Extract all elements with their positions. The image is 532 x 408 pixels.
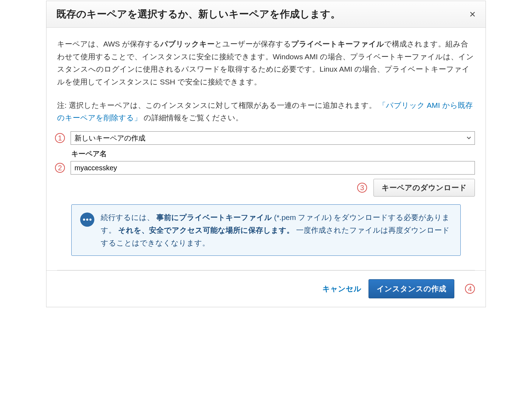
- annotation-3: 3: [357, 183, 367, 193]
- dialog-title: 既存のキーペアを選択するか、新しいキーペアを作成します。: [56, 7, 340, 21]
- desc-text-2: とユーザーが保存する: [215, 40, 291, 48]
- desc-text-1: キーペアは、AWS が保存する: [57, 40, 160, 48]
- annotation-4: 4: [465, 284, 475, 294]
- info-bold2: それを、安全でアクセス可能な場所に保存します。: [118, 226, 294, 234]
- download-keypair-button[interactable]: キーペアのダウンロード: [373, 179, 475, 197]
- info-text: 続行するには、 事前にプライベートキーファイル (*.pem ファイル) をダウ…: [101, 211, 452, 249]
- cancel-button[interactable]: キャンセル: [322, 284, 361, 294]
- launch-instance-button[interactable]: インスタンスの作成: [368, 279, 454, 298]
- desc-bold-1: パブリックキー: [160, 40, 215, 48]
- desc-bold-2: プライベートキーファイル: [291, 40, 384, 48]
- dialog-footer: キャンセル インスタンスの作成 4: [46, 270, 486, 307]
- keypair-name-label: キーペア名: [71, 148, 475, 160]
- annotation-2: 2: [55, 163, 65, 173]
- note-prefix: 注: 選択したキーペアは、このインスタンスに対して権限がある一連のキーに追加され…: [57, 101, 376, 109]
- description-paragraph: キーペアは、AWS が保存するパブリックキーとユーザーが保存するプライベートキー…: [57, 38, 475, 88]
- keypair-action-select[interactable]: 新しいキーペアの作成: [71, 131, 475, 145]
- close-button[interactable]: ×: [469, 9, 476, 20]
- select-row: 1 新しいキーペアの作成: [57, 131, 475, 145]
- keypair-name-input[interactable]: [71, 161, 475, 175]
- info-icon: [80, 213, 94, 227]
- dialog-header: 既存のキーペアを選択するか、新しいキーペアを作成します。 ×: [46, 1, 486, 28]
- info-box: 続行するには、 事前にプライベートキーファイル (*.pem ファイル) をダウ…: [71, 204, 461, 256]
- note-suffix: の詳細情報をご覧ください。: [144, 114, 243, 122]
- name-row: 2: [57, 161, 475, 175]
- download-row: 3 キーペアのダウンロード: [57, 179, 475, 197]
- dialog-body: キーペアは、AWS が保存するパブリックキーとユーザーが保存するプライベートキー…: [46, 28, 486, 270]
- keypair-dialog: 既存のキーペアを選択するか、新しいキーペアを作成します。 × キーペアは、AWS…: [46, 1, 486, 307]
- info-bold1: 事前にプライベートキーファイル: [156, 213, 272, 221]
- info-part1: 続行するには、: [101, 213, 154, 221]
- close-icon: ×: [469, 8, 476, 20]
- note-paragraph: 注: 選択したキーペアは、このインスタンスに対して権限がある一連のキーに追加され…: [57, 99, 475, 124]
- annotation-1: 1: [55, 133, 65, 143]
